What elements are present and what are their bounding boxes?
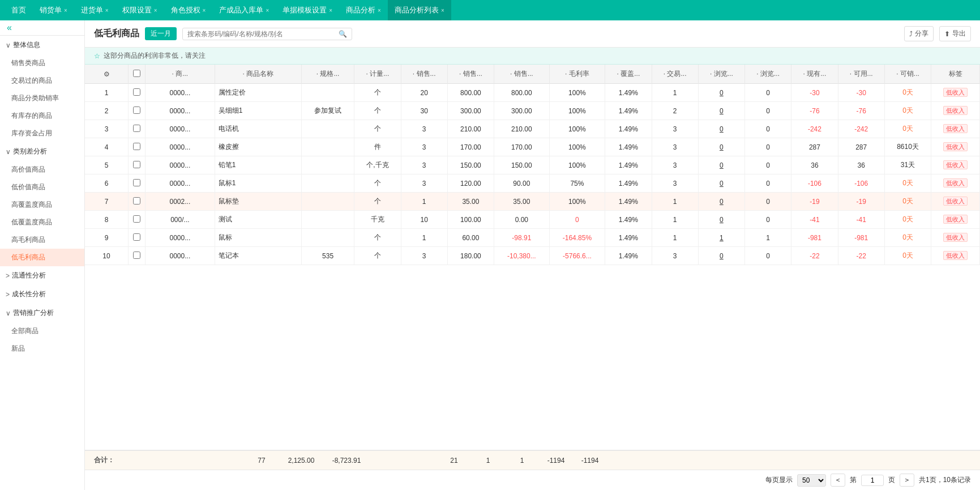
export-button[interactable]: ⬆ 导出 [939, 26, 971, 41]
col-header-settings[interactable]: ⚙ [85, 65, 129, 84]
row-checkbox-cell[interactable] [129, 193, 145, 211]
row-browse1[interactable]: 0 [698, 211, 744, 229]
row-checkbox-cell[interactable] [129, 120, 145, 138]
col-header-code[interactable]: · 商... [145, 65, 215, 84]
row-checkbox-cell[interactable] [129, 102, 145, 120]
sidebar-item-traded-goods[interactable]: 交易过的商品 [0, 72, 84, 90]
row-checkbox[interactable] [133, 179, 140, 186]
col-header-coverage[interactable]: · 覆盖... [605, 65, 652, 84]
col-header-tag[interactable]: 标签 [931, 65, 980, 84]
nav-home[interactable]: 首页 [5, 0, 33, 20]
table-row: 2 0000... 吴细细1 参加复试 个 30 300.00 300.00 1… [85, 102, 980, 120]
settings-icon[interactable]: ⚙ [104, 70, 110, 78]
row-checkbox-cell[interactable] [129, 156, 145, 174]
sidebar-item-new-goods[interactable]: 新品 [0, 340, 84, 357]
nav-close-product-in[interactable]: × [266, 7, 269, 14]
row-browse1[interactable]: 1 [698, 229, 744, 247]
nav-template[interactable]: 单据模板设置 × [276, 0, 339, 20]
row-checkbox-cell[interactable] [129, 229, 145, 247]
nav-close-role[interactable]: × [203, 7, 206, 14]
row-checkbox[interactable] [133, 215, 140, 223]
sidebar-item-low-margin[interactable]: 低毛利商品 [0, 249, 84, 266]
col-header-available[interactable]: · 可用... [838, 65, 884, 84]
row-browse1[interactable]: 0 [698, 174, 744, 193]
col-header-sales-amount[interactable]: · 销售... [494, 65, 550, 84]
search-input[interactable] [187, 30, 339, 38]
sidebar-item-high-coverage[interactable]: 高覆盖度商品 [0, 196, 84, 214]
share-button[interactable]: ⤴ 分享 [904, 26, 934, 41]
nav-product-in[interactable]: 产成品入库单 × [212, 0, 276, 20]
row-checkbox[interactable] [133, 252, 140, 259]
row-checkbox[interactable] [133, 233, 140, 241]
search-icon[interactable]: 🔍 [339, 30, 347, 38]
sidebar-collapse-btn[interactable]: « [3, 23, 15, 33]
row-checkbox[interactable] [133, 197, 140, 204]
sidebar-item-low-coverage[interactable]: 低覆盖度商品 [0, 214, 84, 231]
sidebar-item-high-margin[interactable]: 高毛利商品 [0, 231, 84, 249]
nav-close-analysis-list[interactable]: × [441, 7, 444, 14]
row-browse1[interactable]: 0 [698, 138, 744, 156]
sidebar-item-low-value[interactable]: 低价值商品 [0, 178, 84, 196]
col-header-browse2[interactable]: · 浏览... [745, 65, 791, 84]
sidebar-item-in-stock[interactable]: 有库存的商品 [0, 107, 84, 125]
page-number-input[interactable] [861, 475, 884, 486]
nav-permission[interactable]: 权限设置 × [115, 0, 164, 20]
prev-page-button[interactable]: ＜ [831, 474, 845, 487]
select-all-checkbox[interactable] [133, 70, 140, 77]
col-header-gross-margin[interactable]: · 毛利率 [549, 65, 605, 84]
row-checkbox[interactable] [133, 143, 140, 150]
row-no: 1 [85, 84, 129, 102]
sidebar-group-marketing[interactable]: ∨ 营销推广分析 [0, 304, 84, 322]
row-checkbox[interactable] [133, 125, 140, 132]
row-browse1[interactable]: 0 [698, 156, 744, 174]
next-page-button[interactable]: ＞ [900, 474, 914, 487]
nav-close-template[interactable]: × [329, 7, 332, 14]
row-checkbox-cell[interactable] [129, 138, 145, 156]
row-browse1[interactable]: 0 [698, 84, 744, 102]
nav-close-sales-order[interactable]: × [64, 7, 67, 14]
sidebar-group-category[interactable]: ∨ 类别差分析 [0, 142, 84, 161]
nav-purchase-order[interactable]: 进货单 × [74, 0, 115, 20]
row-checkbox[interactable] [133, 106, 140, 114]
col-header-browse1[interactable]: · 浏览... [698, 65, 744, 84]
sidebar-group-growth[interactable]: > 成长性分析 [0, 285, 84, 304]
row-browse1[interactable]: 0 [698, 193, 744, 211]
sidebar-item-category-rate[interactable]: 商品分类助销率 [0, 90, 84, 107]
row-browse1[interactable]: 0 [698, 120, 744, 138]
nav-analysis-list[interactable]: 商品分析列表 × [388, 0, 451, 20]
col-header-checkbox[interactable] [129, 65, 145, 84]
row-browse1[interactable]: 0 [698, 102, 744, 120]
sidebar-item-stock-capital[interactable]: 库存资金占用 [0, 125, 84, 142]
col-header-transaction[interactable]: · 交易... [652, 65, 698, 84]
col-header-name[interactable]: · 商品名称 [215, 65, 301, 84]
nav-close-analysis[interactable]: × [378, 7, 381, 14]
row-browse2: 0 [745, 247, 791, 265]
sidebar-item-sales-goods[interactable]: 销售类商品 [0, 54, 84, 72]
sidebar-group-circulation[interactable]: > 流通性分析 [0, 266, 84, 285]
row-checkbox-cell[interactable] [129, 247, 145, 265]
row-checkbox[interactable] [133, 88, 140, 96]
col-header-unit[interactable]: · 计量... [354, 65, 401, 84]
row-saleable: 0天 [884, 247, 931, 265]
col-header-current-stock[interactable]: · 现有... [791, 65, 838, 84]
nav-close-permission[interactable]: × [154, 7, 157, 14]
sidebar-group-overall[interactable]: ∨ 整体信息 [0, 36, 84, 54]
row-checkbox[interactable] [133, 161, 140, 168]
page-header: 低毛利商品 近一月 🔍 ⤴ 分享 ⬆ 导出 [85, 20, 980, 48]
row-browse1[interactable]: 0 [698, 247, 744, 265]
row-checkbox-cell[interactable] [129, 174, 145, 193]
sidebar-item-high-value[interactable]: 高价值商品 [0, 161, 84, 178]
nav-product-analysis[interactable]: 商品分析 × [339, 0, 388, 20]
row-checkbox-cell[interactable] [129, 84, 145, 102]
sidebar-item-all-goods[interactable]: 全部商品 [0, 322, 84, 340]
col-header-sales-qty[interactable]: · 销售... [401, 65, 447, 84]
row-checkbox-cell[interactable] [129, 211, 145, 229]
nav-sales-order[interactable]: 销货单 × [33, 0, 74, 20]
col-header-sales-price[interactable]: · 销售... [447, 65, 494, 84]
col-header-spec[interactable]: · 规格... [301, 65, 354, 84]
col-header-saleable[interactable]: · 可销... [884, 65, 931, 84]
nav-role[interactable]: 角色授权 × [164, 0, 213, 20]
date-filter-button[interactable]: 近一月 [145, 27, 177, 40]
page-size-select[interactable]: 50 20 100 [797, 474, 826, 487]
nav-close-purchase[interactable]: × [105, 7, 109, 14]
